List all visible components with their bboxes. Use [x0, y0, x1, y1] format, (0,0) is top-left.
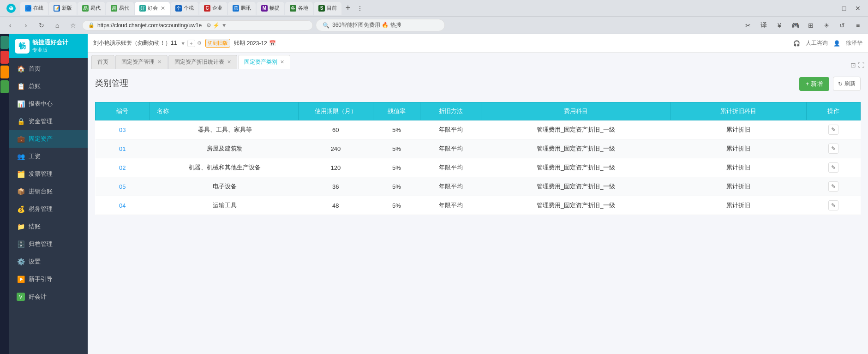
refresh-btn[interactable]: ↻ 刷新 [833, 77, 861, 91]
cell-period-1: 240 [299, 139, 373, 158]
translate-icon[interactable]: 译 [757, 19, 770, 32]
sidebar-item-tax[interactable]: 💰 税务管理 [9, 200, 88, 218]
page-tab-category[interactable]: 固定资产类别 ✕ [238, 55, 290, 69]
code-link-2[interactable]: 02 [119, 164, 126, 171]
cell-rate-3: 5% [373, 177, 420, 196]
scissors-icon[interactable]: ✂ [742, 19, 754, 32]
name-text-1: 房屋及建筑物 [207, 145, 243, 152]
cell-name-4: 运输工具 [150, 196, 299, 215]
logo-text-block: 畅捷通好会计 专业版 [32, 39, 68, 54]
sidebar-item-ledger[interactable]: 📋 总账 [9, 78, 88, 95]
tab-close-fixed-mgmt[interactable]: ✕ [157, 59, 162, 65]
sidebar-item-fixed[interactable]: 💼 固定资产 [9, 130, 88, 148]
minimize-btn[interactable]: — [824, 3, 837, 14]
page-tab-depreciation-table[interactable]: 固定资产折旧统计表 ✕ [168, 55, 237, 69]
tab-changjie[interactable]: M 畅提 [257, 2, 284, 15]
sidebar-item-close[interactable]: 📁 结账 [9, 218, 88, 235]
sidebar-item-guide[interactable]: ▶️ 新手引导 [9, 270, 88, 288]
strip-btn-1[interactable] [0, 36, 9, 49]
period-val-4: 48 [332, 202, 339, 209]
tab-qiye[interactable]: C 企业 [199, 2, 227, 15]
add-category-btn[interactable]: + 新增 [799, 77, 829, 91]
period-val-3: 36 [332, 183, 339, 190]
restore-btn[interactable]: □ [838, 3, 850, 14]
sidebar-item-more[interactable]: V 好会计 [9, 288, 88, 306]
strip-btn-2[interactable] [0, 51, 9, 64]
new-tab-btn[interactable]: + [342, 3, 353, 14]
edit-btn-4[interactable]: ✎ [828, 200, 838, 210]
calendar-icon[interactable]: 📅 [269, 40, 276, 47]
strip-btn-4[interactable] [0, 80, 9, 93]
user-support-text[interactable]: 人工咨询 [806, 39, 828, 47]
tab-muqian[interactable]: S 目前 [314, 2, 341, 15]
game-icon[interactable]: 🎮 [789, 19, 802, 32]
gear-settings-icon[interactable]: ⚙ [197, 40, 202, 46]
tab-tengxun[interactable]: 腾 腾讯 [228, 2, 256, 15]
currency-icon[interactable]: ¥ [773, 19, 786, 32]
tab-close-hao[interactable]: ✕ [161, 5, 165, 12]
forward-btn[interactable]: › [19, 19, 32, 32]
version-switch-btn[interactable]: 切到旧版 [205, 39, 230, 48]
strip-btn-3[interactable] [0, 66, 9, 78]
settings-icon: ⚙️ [17, 258, 25, 266]
cell-accum-0: 累计折旧 [671, 120, 806, 139]
tab-geshuei[interactable]: 个 个税 [171, 2, 198, 15]
back-btn[interactable]: ‹ [4, 19, 17, 32]
cell-method-0: 年限平均 [420, 120, 481, 139]
code-link-0[interactable]: 03 [119, 126, 126, 133]
reload-btn[interactable]: ↻ [35, 19, 48, 32]
user-login-text[interactable]: 徐泽华 [846, 39, 862, 47]
sidebar-item-archive[interactable]: 🗄️ 归档管理 [9, 235, 88, 253]
add-btn[interactable]: + [187, 40, 195, 47]
rate-val-4: 5% [392, 202, 401, 209]
rate-val-2: 5% [392, 164, 401, 171]
edit-btn-1[interactable]: ✎ [828, 144, 838, 154]
cell-action-0: ✎ [806, 120, 860, 139]
sidebar-item-settings[interactable]: ⚙️ 设置 [9, 253, 88, 270]
edit-btn-3[interactable]: ✎ [828, 181, 838, 192]
toolbar-actions: ✂ 译 ¥ 🎮 ⊞ ☀ ↺ ≡ [742, 19, 864, 32]
tab-close-category[interactable]: ✕ [280, 59, 284, 65]
undo-icon[interactable]: ↺ [836, 19, 849, 32]
tab-expand-icon[interactable]: ⛶ [858, 61, 864, 69]
cell-name-3: 电子设备 [150, 177, 299, 196]
code-link-1[interactable]: 01 [119, 145, 126, 152]
page-tab-fixed-mgmt[interactable]: 固定资产管理 ✕ [115, 55, 168, 69]
tab-list-btn[interactable]: ⋮ [354, 3, 365, 14]
sidebar-item-report[interactable]: 📊 报表中心 [9, 95, 88, 113]
sidebar-item-home[interactable]: 🏠 首页 [9, 60, 88, 78]
brightness-icon[interactable]: ☀ [820, 19, 833, 32]
bookmark-btn[interactable]: ☆ [66, 19, 79, 32]
tab-restore-icon[interactable]: ⊡ [850, 61, 856, 69]
search-box[interactable]: 🔍 360智能抠图免费用 🔥 热搜 [316, 19, 445, 31]
grid-icon[interactable]: ⊞ [804, 19, 817, 32]
sidebar-item-inventory[interactable]: 📦 进销台账 [9, 183, 88, 200]
cell-action-4: ✎ [806, 196, 860, 215]
close-btn[interactable]: ✕ [851, 3, 864, 14]
tab-online[interactable]: 🔵 在线 [20, 2, 48, 15]
edit-btn-2[interactable]: ✎ [828, 162, 838, 173]
table-row: 02 机器、机械和其他生产设备 120 5% 年限平均 管理费用_固定资产折旧_… [96, 158, 861, 177]
tab-haohuiji[interactable]: 好 好会 ✕ [135, 2, 170, 15]
sidebar-item-funds[interactable]: 🔒 资金管理 [9, 113, 88, 130]
cell-expense-2: 管理费用_固定资产折旧_一级 [481, 158, 671, 177]
code-link-3[interactable]: 05 [119, 183, 126, 190]
home-btn[interactable]: ⌂ [51, 19, 64, 32]
table-row: 04 运输工具 48 5% 年限平均 管理费用_固定资产折旧_一级 累计折旧 ✎ [96, 196, 861, 215]
cell-rate-0: 5% [373, 120, 420, 139]
code-link-4[interactable]: 04 [119, 202, 126, 209]
page-tab-home[interactable]: 首页 [91, 55, 114, 69]
sidebar-item-payroll[interactable]: 👥 工资 [9, 148, 88, 165]
tab-gedi[interactable]: 各 各地 [285, 2, 313, 15]
tab-close-depreciation[interactable]: ✕ [227, 59, 231, 65]
tab-icon-new: 📝 [54, 5, 60, 12]
dropdown-arrow[interactable]: ▼ [180, 41, 186, 46]
sidebar-item-invoice[interactable]: 🗂️ 发票管理 [9, 165, 88, 183]
address-bar[interactable]: 🔒 https://cloud.chanjet.com/accounting/u… [82, 20, 313, 30]
menu-icon[interactable]: ≡ [851, 19, 864, 32]
tab-yidai-1[interactable]: 易 易代 [78, 2, 105, 15]
tab-yidai-2[interactable]: 易 易代 [106, 2, 134, 15]
cell-accum-4: 累计折旧 [671, 196, 806, 215]
tab-new[interactable]: 📝 新版 [49, 2, 77, 15]
edit-btn-0[interactable]: ✎ [828, 125, 838, 135]
